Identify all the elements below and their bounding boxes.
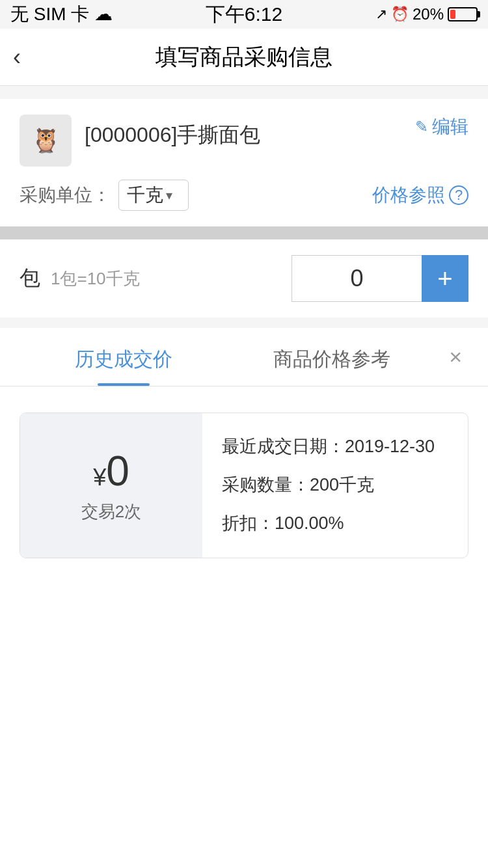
product-name: [0000006]手撕面包 xyxy=(85,115,260,150)
nav-bar: ‹ 填写商品采购信息 xyxy=(0,29,488,86)
help-icon: ? xyxy=(449,185,468,205)
price-card: ¥0 交易2次 最近成交日期：2019-12-30 采购数量：200千克 折扣：… xyxy=(20,413,468,558)
rest-area xyxy=(0,578,488,868)
quantity-plus-button[interactable]: + xyxy=(422,255,468,302)
quantity-line: 采购数量：200千克 xyxy=(222,471,448,499)
tab-product-price-ref[interactable]: 商品价格参考 xyxy=(228,328,436,386)
status-right: ↗ ⏰ 20% xyxy=(375,5,478,23)
tab-close-button[interactable]: × xyxy=(442,338,468,376)
gray-divider xyxy=(0,226,488,239)
location-icon: ↗ xyxy=(375,6,387,23)
price-reference-button[interactable]: 价格参照 ? xyxy=(372,183,468,208)
page-title: 填写商品采购信息 xyxy=(156,42,332,72)
tabs-container: 历史成交价 商品价格参考 × xyxy=(0,328,488,387)
product-card: 🦉 [0000006]手撕面包 ✎ 编辑 采购单位： 千克 ▾ 价格参照 ? xyxy=(0,99,488,226)
price-display: ¥0 xyxy=(93,447,129,495)
status-time: 下午6:12 xyxy=(206,1,282,28)
battery-icon xyxy=(448,7,478,21)
product-thumbnail: 🦉 xyxy=(20,115,72,167)
tab-history-price[interactable]: 历史成交价 xyxy=(20,328,228,386)
status-left: 无 SIM 卡 ☁ xyxy=(10,2,113,27)
alarm-icon: ⏰ xyxy=(391,6,409,23)
price-right-panel: 最近成交日期：2019-12-30 采购数量：200千克 折扣：100.00% xyxy=(202,413,468,558)
price-left-panel: ¥0 交易2次 xyxy=(20,413,202,558)
product-logo-icon: 🦉 xyxy=(31,127,61,154)
unit-select-dropdown[interactable]: 千克 ▾ xyxy=(118,180,189,211)
quantity-unit-badge: 包 xyxy=(20,264,40,293)
edit-icon: ✎ xyxy=(415,118,428,136)
unit-conversion-note: 1包=10千克 xyxy=(51,267,140,290)
back-button[interactable]: ‹ xyxy=(13,44,52,71)
status-bar: 无 SIM 卡 ☁ 下午6:12 ↗ ⏰ 20% xyxy=(0,0,488,29)
currency-symbol: ¥ xyxy=(93,464,106,491)
discount-line: 折扣：100.00% xyxy=(222,509,448,537)
edit-button[interactable]: ✎ 编辑 xyxy=(415,115,468,139)
quantity-control: + xyxy=(291,255,468,302)
quantity-row: 包 1包=10千克 + xyxy=(0,239,488,318)
trade-count: 交易2次 xyxy=(81,500,141,523)
unit-row: 采购单位： 千克 ▾ xyxy=(20,180,189,211)
quantity-input[interactable] xyxy=(291,255,422,302)
dropdown-arrow-icon: ▾ xyxy=(166,187,172,203)
content-area: ¥0 交易2次 最近成交日期：2019-12-30 采购数量：200千克 折扣：… xyxy=(0,387,488,578)
sim-status: 无 SIM 卡 ☁ xyxy=(10,2,113,27)
unit-label: 采购单位： xyxy=(20,183,111,208)
recent-date-line: 最近成交日期：2019-12-30 xyxy=(222,433,448,461)
battery-percent: 20% xyxy=(413,5,444,23)
